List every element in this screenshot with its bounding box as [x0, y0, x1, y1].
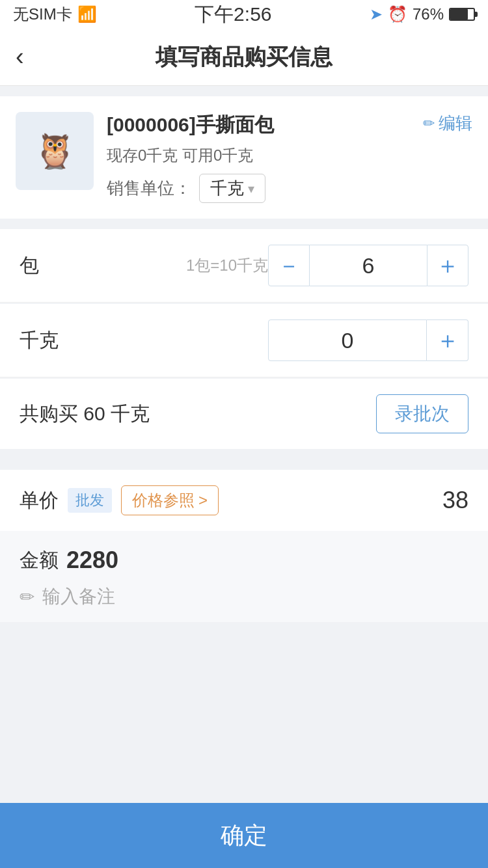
total-section: 共购买 60 千克 录批次	[0, 379, 488, 449]
remark-label: 输入备注	[42, 584, 115, 609]
bag-qty-controls: － ＋	[268, 245, 468, 286]
edit-button[interactable]: ✏ 编辑	[423, 112, 472, 135]
price-section: 单价 批发 价格参照 > 38	[0, 470, 488, 531]
price-ref-button[interactable]: 价格参照 >	[121, 485, 219, 515]
unit-dropdown-icon: ▾	[248, 181, 254, 197]
bag-decrement-button[interactable]: －	[268, 245, 310, 286]
bag-label-area: 包 1包=10千克	[20, 252, 268, 279]
product-info: [0000006]手撕面包 现存0千克 可用0千克 销售单位： 千克 ▾	[107, 112, 472, 203]
remark-icon: ✏	[20, 586, 34, 608]
nav-bar: ‹ 填写商品购买信息	[0, 29, 488, 86]
price-label: 单价	[20, 487, 59, 514]
back-button[interactable]: ‹	[16, 43, 24, 71]
batch-button[interactable]: 录批次	[376, 394, 468, 433]
amount-value: 2280	[66, 547, 118, 574]
remark-row[interactable]: ✏ 输入备注	[20, 584, 468, 609]
bag-hint: 1包=10千克	[186, 255, 268, 276]
status-time: 下午2:56	[195, 1, 271, 28]
kg-increment-button[interactable]: ＋	[427, 319, 468, 361]
status-right: ➤ ⏰ 76%	[370, 5, 475, 23]
bag-qty-row: 包 1包=10千克 － ＋	[0, 229, 488, 303]
product-name: [0000006]手撕面包	[107, 112, 472, 139]
confirm-button[interactable]: 确定	[0, 803, 488, 868]
separator	[0, 449, 488, 459]
bag-quantity-section: 包 1包=10千克 － ＋	[0, 229, 488, 303]
kg-quantity-section: 千克 ＋	[0, 304, 488, 377]
bag-qty-input[interactable]	[310, 245, 427, 286]
total-text: 共购买 60 千克	[20, 401, 150, 427]
kg-qty-input[interactable]	[268, 319, 427, 361]
product-thumbnail: 🦉	[16, 112, 94, 190]
unit-label: 销售单位：	[107, 177, 191, 200]
amount-row: 金额 2280	[20, 547, 468, 574]
kg-qty-row: 千克 ＋	[0, 304, 488, 377]
kg-label: 千克	[20, 329, 59, 351]
unit-select[interactable]: 千克 ▾	[199, 174, 265, 203]
product-stock: 现存0千克 可用0千克	[107, 145, 472, 166]
location-icon: ➤	[370, 5, 383, 23]
edit-icon: ✏	[423, 115, 435, 132]
product-card: 🦉 [0000006]手撕面包 现存0千克 可用0千克 销售单位： 千克 ▾ ✏…	[0, 96, 488, 219]
price-ref-label: 价格参照	[132, 490, 195, 511]
price-ref-arrow-icon: >	[198, 491, 208, 509]
product-logo-icon: 🦉	[34, 131, 76, 171]
bag-increment-button[interactable]: ＋	[427, 245, 468, 286]
page-title: 填写商品购买信息	[156, 42, 332, 72]
unit-value: 千克	[210, 177, 244, 200]
kg-label-area: 千克	[20, 327, 268, 354]
price-value: 38	[442, 487, 468, 514]
battery-text: 76%	[413, 5, 444, 23]
wifi-icon: 📶	[77, 5, 97, 23]
kg-qty-controls: ＋	[268, 319, 468, 361]
carrier-text: 无SIM卡	[13, 4, 72, 25]
confirm-label: 确定	[221, 820, 267, 852]
status-left: 无SIM卡 📶	[13, 4, 97, 25]
amount-label: 金额	[20, 547, 59, 574]
bag-label: 包	[20, 252, 178, 279]
price-badge: 批发	[68, 488, 112, 513]
price-left: 单价 批发 价格参照 >	[20, 485, 219, 515]
product-unit-row: 销售单位： 千克 ▾	[107, 174, 472, 203]
amount-section: 金额 2280 ✏ 输入备注	[0, 531, 488, 622]
alarm-icon: ⏰	[388, 5, 407, 23]
edit-label: 编辑	[439, 112, 472, 135]
battery-icon	[449, 8, 475, 21]
status-bar: 无SIM卡 📶 下午2:56 ➤ ⏰ 76%	[0, 0, 488, 29]
